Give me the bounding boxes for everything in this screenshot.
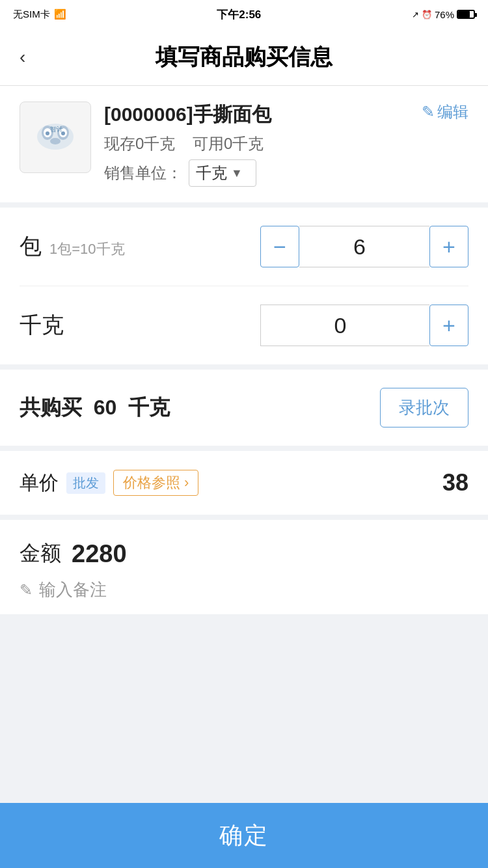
wifi-icon: 📶	[54, 8, 66, 20]
stock-label: 现存0千克	[104, 135, 175, 152]
remark-row[interactable]: ✎ 输入备注	[20, 578, 468, 601]
qty-row-kg: 千克 +	[20, 286, 468, 364]
qty-label-group-bao: 包 1包=10千克	[20, 232, 125, 262]
product-logo: 智计	[36, 118, 75, 157]
back-button[interactable]: ‹	[13, 40, 32, 74]
price-section: 单价 批发 价格参照 › 38	[0, 451, 488, 520]
amount-row: 金额 2280	[20, 539, 468, 568]
edit-icon: ✎	[422, 103, 435, 121]
amount-section: 金额 2280 ✎ 输入备注	[0, 520, 488, 614]
price-row: 单价 批发 价格参照 › 38	[20, 469, 468, 496]
nav-title: 填写商品购买信息	[156, 42, 332, 72]
price-ref-button[interactable]: 价格参照 ›	[113, 470, 198, 496]
remark-placeholder: 输入备注	[39, 578, 107, 601]
product-info: [0000006]手撕面包 ✎ 编辑 现存0千克 可用0千克 销售单位： 千克 …	[104, 102, 468, 187]
remark-icon: ✎	[20, 581, 33, 599]
qty-plus-button-bao[interactable]: +	[429, 226, 468, 267]
qty-control-kg: +	[260, 305, 468, 346]
amount-label: 金额	[20, 539, 61, 568]
total-prefix: 共购买	[20, 396, 82, 419]
qty-sub-label-bao: 1包=10千克	[49, 239, 125, 259]
edit-button[interactable]: ✎ 编辑	[422, 102, 468, 122]
available-label: 可用0千克	[193, 135, 264, 152]
carrier-label: 无SIM卡	[13, 8, 50, 21]
gray-area	[0, 614, 488, 796]
edit-label: 编辑	[437, 102, 468, 122]
unit-prefix: 销售单位：	[104, 163, 182, 183]
battery-icon	[457, 10, 475, 19]
qty-control-bao: − +	[260, 226, 468, 267]
gps-icon: ↗	[412, 10, 419, 20]
unit-value: 千克	[196, 163, 227, 183]
qty-input-bao[interactable]	[299, 226, 429, 267]
amount-value: 2280	[72, 540, 127, 568]
alarm-icon: ⏰	[422, 10, 432, 20]
price-value: 38	[442, 469, 468, 496]
svg-point-5	[46, 131, 49, 135]
product-name: [0000006]手撕面包	[104, 102, 422, 128]
product-card: 智计 [0000006]手撕面包 ✎ 编辑 现存0千克 可用0千克 销售单位： …	[0, 86, 488, 208]
nav-bar: ‹ 填写商品购买信息	[0, 29, 488, 86]
battery-label: 76%	[435, 9, 454, 20]
svg-point-7	[50, 138, 61, 144]
qty-main-label-bao: 包	[20, 232, 42, 262]
batch-button[interactable]: 录批次	[380, 388, 468, 427]
status-time: 下午2:56	[217, 7, 261, 22]
total-text: 共购买 60 千克	[20, 394, 170, 422]
badge-pifa: 批发	[66, 472, 105, 494]
total-unit: 千克	[128, 396, 170, 419]
svg-text:智计: 智计	[50, 126, 63, 133]
product-image: 智计	[20, 102, 91, 173]
qty-minus-button-bao[interactable]: −	[260, 226, 299, 267]
qty-input-kg[interactable]	[260, 305, 429, 346]
product-unit-row: 销售单位： 千克 ▼	[104, 159, 468, 187]
status-bar: 无SIM卡 📶 下午2:56 ↗ ⏰ 76%	[0, 0, 488, 29]
quantity-section: 包 1包=10千克 − + 千克 +	[0, 208, 488, 370]
confirm-button[interactable]: 确定	[0, 803, 488, 868]
product-stock: 现存0千克 可用0千克	[104, 133, 468, 154]
total-section: 共购买 60 千克 录批次	[0, 370, 488, 451]
unit-dropdown-arrow: ▼	[231, 167, 243, 180]
unit-select[interactable]: 千克 ▼	[189, 159, 256, 187]
qty-label-group-kg: 千克	[20, 310, 64, 340]
status-right: ↗ ⏰ 76%	[412, 9, 475, 20]
product-header: [0000006]手撕面包 ✎ 编辑	[104, 102, 468, 128]
status-left: 无SIM卡 📶	[13, 8, 66, 21]
total-amount: 60	[94, 396, 117, 419]
price-label: 单价	[20, 470, 59, 496]
qty-row-bao: 包 1包=10千克 − +	[20, 208, 468, 286]
qty-plus-button-kg[interactable]: +	[429, 305, 468, 346]
battery-fill	[458, 11, 470, 18]
qty-main-label-kg: 千克	[20, 310, 64, 340]
price-left: 单价 批发 价格参照 ›	[20, 470, 198, 496]
